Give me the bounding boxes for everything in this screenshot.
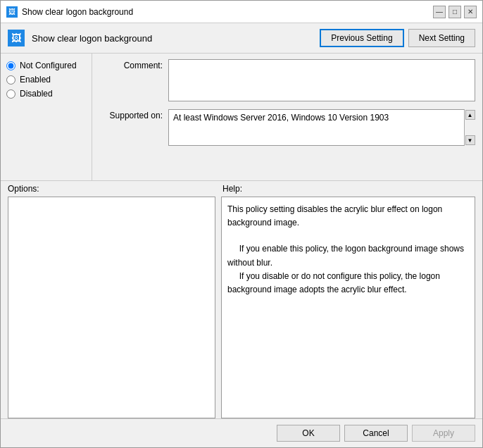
scroll-up-arrow[interactable]: ▲ — [465, 110, 475, 120]
window-controls: — □ ✕ — [433, 6, 477, 18]
help-label: Help: — [222, 184, 242, 194]
radio-disabled-input[interactable] — [6, 89, 15, 99]
comment-label: Comment: — [99, 59, 163, 70]
options-panel — [8, 197, 215, 418]
title-bar-left: 🖼 Show clear logon background — [6, 6, 133, 18]
comment-field-row: Comment: — [99, 59, 475, 104]
comment-field-box — [168, 59, 475, 104]
radio-disabled-label: Disabled — [20, 89, 53, 99]
minimize-button[interactable]: — — [433, 6, 446, 18]
apply-button[interactable]: Apply — [412, 425, 475, 442]
radio-disabled[interactable]: Disabled — [6, 89, 86, 99]
help-text-enabled: If you enable this policy, the logon bac… — [227, 242, 469, 269]
radio-not-configured-input[interactable] — [6, 61, 15, 70]
header-row: 🖼 Show clear logon background Previous S… — [1, 23, 482, 54]
comment-textarea[interactable] — [168, 59, 475, 101]
help-text-paragraph: This policy setting disables the acrylic… — [227, 203, 469, 230]
footer: OK Cancel Apply — [1, 418, 482, 447]
main-window: 🖼 Show clear logon background — □ ✕ 🖼 Sh… — [0, 0, 483, 448]
cancel-button[interactable]: Cancel — [344, 425, 408, 442]
close-button[interactable]: ✕ — [464, 6, 477, 18]
title-bar: 🖼 Show clear logon background — □ ✕ — [1, 1, 482, 23]
main-body: Not Configured Enabled Disabled Comment: — [1, 54, 482, 180]
radio-not-configured[interactable]: Not Configured — [6, 61, 86, 70]
supported-scrollbar: ▲ ▼ — [464, 109, 475, 146]
lower-panels: This policy setting disables the acrylic… — [1, 197, 482, 418]
header-buttons: Previous Setting Next Setting — [320, 29, 475, 47]
maximize-button[interactable]: □ — [448, 6, 461, 18]
options-label: Options: — [8, 184, 222, 194]
supported-field-row: Supported on: At least Windows Server 20… — [99, 109, 475, 146]
supported-label: Supported on: — [99, 109, 163, 120]
header-icon: 🖼 — [8, 30, 25, 46]
window-title: Show clear logon background — [22, 7, 133, 17]
supported-field-box: At least Windows Server 2016, Windows 10… — [168, 109, 475, 146]
next-setting-button[interactable]: Next Setting — [408, 29, 475, 47]
help-panel: This policy setting disables the acrylic… — [221, 197, 475, 418]
lower-labels: Options: Help: — [1, 181, 482, 197]
scroll-down-arrow[interactable]: ▼ — [465, 135, 475, 145]
header-title: Show clear logon background — [32, 33, 313, 44]
lower-section: Options: Help: This policy setting disab… — [1, 180, 482, 418]
content-area: 🖼 Show clear logon background Previous S… — [1, 23, 482, 447]
radio-not-configured-label: Not Configured — [20, 61, 77, 70]
ok-button[interactable]: OK — [277, 425, 340, 442]
previous-setting-button[interactable]: Previous Setting — [320, 29, 403, 47]
radio-enabled[interactable]: Enabled — [6, 75, 86, 85]
left-panel: Not Configured Enabled Disabled — [1, 54, 92, 180]
help-text-disable: If you disable or do not configure this … — [227, 270, 469, 297]
window-icon: 🖼 — [6, 6, 18, 18]
radio-enabled-input[interactable] — [6, 75, 15, 85]
right-panel: Comment: Supported on: At least Windows … — [92, 54, 482, 180]
radio-enabled-label: Enabled — [20, 75, 51, 85]
supported-value: At least Windows Server 2016, Windows 10… — [168, 109, 475, 146]
